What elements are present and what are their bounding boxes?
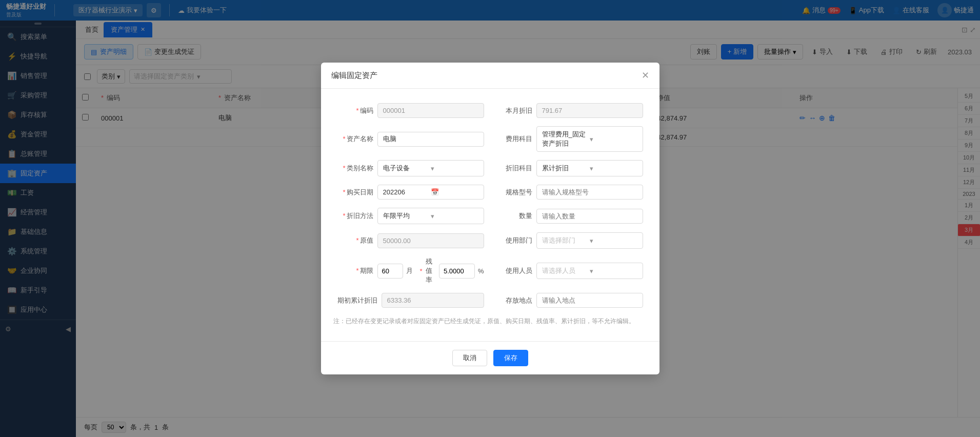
modal-note: 注：已经存在变更记录或者对应固定资产已经生成凭证，原值、购买日期、残值率、累计折… bbox=[331, 317, 649, 326]
expense-subject-select[interactable]: 管理费用_固定资产折旧 ▾ bbox=[536, 126, 643, 152]
period-accumulated-label: 期初累计折旧 bbox=[337, 296, 377, 305]
purchase-date-input[interactable]: 202206 📅 bbox=[377, 185, 484, 200]
spec-model-input[interactable] bbox=[536, 185, 643, 200]
spec-model-label: 规格型号 bbox=[496, 188, 532, 197]
form-group-depreciation-method: *折旧方法 年限平均 ▾ bbox=[331, 204, 490, 228]
form-group-person: 使用人员 请选择人员 ▾ bbox=[490, 253, 649, 289]
form-group-location: 存放地点 bbox=[490, 289, 649, 312]
form-group-quantity: 数量 bbox=[490, 204, 649, 228]
modal-title: 编辑固定资产 bbox=[331, 71, 377, 81]
quantity-label: 数量 bbox=[496, 211, 532, 221]
depreciation-method-chevron: ▾ bbox=[431, 212, 478, 220]
edit-asset-modal: 编辑固定资产 ✕ *编码 本月折旧 bbox=[321, 63, 659, 374]
form-group-original-value: *原值 bbox=[331, 228, 490, 253]
residual-rate-label-text: 残值率 bbox=[426, 257, 436, 285]
modal-close-icon[interactable]: ✕ bbox=[642, 70, 649, 81]
department-chevron: ▾ bbox=[590, 237, 637, 245]
form-group-asset-name: *资产名称 bbox=[331, 122, 490, 156]
form-grid: *编码 本月折旧 *资产名称 bbox=[331, 99, 649, 312]
form-group-department: 使用部门 请选择部门 ▾ bbox=[490, 228, 649, 253]
modal-footer: 取消 保存 bbox=[321, 341, 659, 374]
person-label: 使用人员 bbox=[496, 266, 532, 275]
save-button[interactable]: 保存 bbox=[493, 350, 528, 366]
department-label: 使用部门 bbox=[496, 236, 532, 245]
form-group-code: *编码 bbox=[331, 99, 490, 122]
depreciation-subject-select[interactable]: 累计折旧 ▾ bbox=[536, 160, 643, 176]
person-chevron: ▾ bbox=[590, 267, 637, 275]
residual-rate-star: * bbox=[420, 267, 423, 275]
quantity-input[interactable] bbox=[536, 209, 643, 224]
period-label: *期限 bbox=[337, 266, 373, 275]
form-group-period: *期限 月 * 残值率 % bbox=[331, 253, 490, 289]
depreciation-subject-label: 折旧科目 bbox=[496, 164, 532, 173]
cancel-button[interactable]: 取消 bbox=[452, 350, 487, 366]
depreciation-subject-chevron: ▾ bbox=[590, 165, 637, 172]
form-group-category: *类别名称 电子设备 ▾ bbox=[331, 156, 490, 181]
period-accumulated-input bbox=[382, 293, 484, 308]
person-select[interactable]: 请选择人员 ▾ bbox=[536, 263, 643, 279]
department-select[interactable]: 请选择部门 ▾ bbox=[536, 232, 643, 249]
original-value-input bbox=[377, 233, 484, 248]
residual-rate-unit: % bbox=[478, 267, 484, 275]
period-unit: 月 bbox=[406, 266, 413, 275]
form-group-expense-subject: 费用科目 管理费用_固定资产折旧 ▾ bbox=[490, 122, 649, 156]
code-input[interactable] bbox=[377, 103, 484, 118]
category-chevron: ▾ bbox=[431, 165, 478, 172]
modal-body: *编码 本月折旧 *资产名称 bbox=[321, 89, 659, 341]
expense-subject-label: 费用科目 bbox=[496, 134, 532, 144]
calendar-icon[interactable]: 📅 bbox=[431, 188, 478, 196]
period-input bbox=[377, 264, 403, 279]
form-group-depreciation-subject: 折旧科目 累计折旧 ▾ bbox=[490, 156, 649, 181]
asset-name-label: *资产名称 bbox=[337, 134, 373, 144]
original-value-label: *原值 bbox=[337, 236, 373, 245]
asset-name-input[interactable] bbox=[377, 132, 484, 147]
form-group-monthly-depreciation: 本月折旧 bbox=[490, 99, 649, 122]
form-group-purchase-date: *购买日期 202206 📅 bbox=[331, 181, 490, 204]
residual-rate-input bbox=[439, 264, 475, 279]
monthly-depreciation-label: 本月折旧 bbox=[496, 106, 532, 115]
period-residual-inline: 月 * 残值率 % bbox=[377, 257, 484, 285]
modal-overlay: 编辑固定资产 ✕ *编码 本月折旧 bbox=[0, 0, 980, 437]
expense-subject-chevron: ▾ bbox=[590, 135, 637, 143]
form-group-period-accumulated: 期初累计折旧 bbox=[331, 289, 490, 312]
location-label: 存放地点 bbox=[496, 296, 532, 305]
code-label: *编码 bbox=[337, 106, 373, 115]
form-group-spec-model: 规格型号 bbox=[490, 181, 649, 204]
monthly-depreciation-input bbox=[536, 103, 643, 118]
depreciation-method-label: *折旧方法 bbox=[337, 211, 373, 221]
modal-header: 编辑固定资产 ✕ bbox=[321, 63, 659, 89]
depreciation-method-select[interactable]: 年限平均 ▾ bbox=[377, 208, 484, 224]
category-select[interactable]: 电子设备 ▾ bbox=[377, 160, 484, 176]
location-input[interactable] bbox=[536, 293, 643, 308]
category-label: *类别名称 bbox=[337, 164, 373, 173]
purchase-date-label: *购买日期 bbox=[337, 188, 373, 197]
